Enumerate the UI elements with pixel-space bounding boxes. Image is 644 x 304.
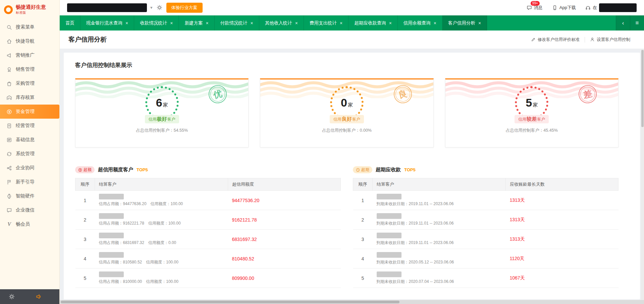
sidebar-item-operations[interactable]: 经营管理 [0, 119, 59, 133]
tab-close-icon[interactable]: × [434, 20, 436, 26]
sidebar-item-label: 企业微信 [16, 207, 35, 213]
tab-label: 信用余额查询 [404, 20, 431, 26]
tab-label: 付款情况统计 [220, 20, 248, 26]
sidebar-item-basic-info[interactable]: 基础信息 [0, 133, 59, 147]
sidebar-item-funds[interactable]: 资金管理 [0, 105, 59, 119]
customer-detail: 信用占用额：9162221.78 信用额度：100.00 [99, 221, 224, 226]
sidebar-item-quick-nav[interactable]: 快捷导航 [0, 34, 59, 48]
document-icon [6, 123, 12, 129]
app-download-button[interactable]: App下载 [552, 5, 576, 11]
overdue-receivable-table: 超期 超期应收款 TOP5 顺序 结算客户 应收账龄最长天数 [353, 166, 619, 288]
credit-level-badge: 信用较差客户 [515, 115, 549, 123]
megaphone-icon [6, 53, 12, 58]
tab-close-icon[interactable]: × [170, 20, 173, 26]
table-row[interactable]: 5 信用占用额：810000.00 信用额度：100.00 809900.00 [75, 268, 341, 288]
tab-close-icon[interactable]: × [478, 20, 481, 26]
tab-scroll-left-icon[interactable]: ‹ [616, 15, 630, 31]
vertical-scrollbar[interactable] [641, 49, 644, 300]
table-row[interactable]: 3 到期未收款日期：2019.11.01 -- 2023.06.06 1313天 [353, 230, 619, 249]
gear-icon[interactable] [9, 294, 15, 300]
customer-detail: 信用占用额：94477636.20 信用额度：100.00 [99, 201, 224, 207]
watch-icon [6, 193, 12, 199]
tab-customer-credit-analysis[interactable]: 客户信用分析 × [442, 15, 487, 31]
sidebar-item-marketing[interactable]: 营销推广 [0, 48, 59, 62]
tab-close-icon[interactable]: × [340, 20, 342, 26]
table-row[interactable]: 4 到期未收款日期：2020.05.12 -- 2023.06.06 1120天 [353, 249, 619, 268]
horizontal-scrollbar-thumb[interactable] [61, 301, 399, 303]
row-index: 2 [353, 210, 373, 230]
tab-other-income-stats[interactable]: 其他收入统计 × [259, 15, 304, 31]
customer-name-redacted [377, 271, 401, 277]
tab-close-icon[interactable]: × [389, 20, 392, 26]
count-unit: 家 [533, 102, 538, 108]
settings-gear-icon[interactable] [157, 5, 162, 10]
sidebar-item-guide[interactable]: 新手引导 [0, 175, 59, 189]
phone-icon [552, 5, 557, 10]
top5-label: TOP5 [137, 167, 148, 172]
horizontal-scrollbar[interactable] [60, 300, 644, 304]
table-row[interactable]: 4 信用占用额：810580.52 信用额度：100.00 810480.52 [75, 249, 341, 268]
set-credit-control-label: 设置客户信用控制 [597, 37, 630, 43]
company-name-redacted [67, 3, 147, 12]
vertical-scrollbar-thumb[interactable] [641, 50, 644, 127]
sidebar-item-member[interactable]: V 畅会员 [0, 217, 59, 231]
sidebar-item-wechat[interactable]: 企业微信 [0, 203, 59, 217]
sidebar-item-label: 销售管理 [16, 66, 35, 72]
online-service-button[interactable]: 在 [585, 3, 637, 12]
sidebar-item-sales[interactable]: 销售管理 [0, 62, 59, 76]
ratio-text: 占总信用控制客户：45.45% [506, 128, 558, 133]
list-icon [6, 137, 12, 143]
tab-credit-balance-query[interactable]: 信用余额查询 × [398, 15, 442, 31]
credit-level-badge: 信用良好客户 [330, 115, 364, 123]
table-row[interactable]: 1 到期未收款日期：2019.11.01 -- 2023.06.06 1313天 [353, 191, 619, 210]
row-value: 1313天 [506, 230, 619, 249]
tab-cash-bank-flow[interactable]: 现金银行流水查询 × [80, 15, 134, 31]
table-row[interactable]: 3 信用占用额：6831697.32 信用额度：0.00 6831697.32 [75, 230, 341, 249]
app-download-label: App下载 [559, 5, 576, 11]
modify-credit-standard-link[interactable]: 修改客户信用评价标准 [526, 37, 585, 43]
tab-new-plan[interactable]: 新建方案 × [179, 15, 214, 31]
try-industry-plan-button[interactable]: 体验行业方案 [166, 3, 203, 13]
tab-list-menu-icon[interactable]: ≡ [630, 15, 644, 31]
ratio-value: 0.00% [360, 128, 372, 133]
customer-name-redacted [99, 233, 124, 238]
overdue-receivable-table-header: 超期 超期应收款 TOP5 [353, 166, 619, 173]
tab-close-icon[interactable]: × [206, 20, 208, 26]
customer-cell: 信用占用额：810000.00 信用额度：100.00 [95, 268, 228, 288]
sidebar-item-inventory[interactable]: 库存核算 [0, 90, 59, 105]
tab-receipt-stats[interactable]: 收款情况统计 × [134, 15, 179, 31]
sidebar-item-purchase[interactable]: 采购管理 [0, 76, 59, 90]
table-title: 超期应收款 [376, 167, 401, 173]
customer-name-redacted [377, 213, 401, 219]
tab-payment-stats[interactable]: 付款情况统计 × [215, 15, 259, 31]
tab-expense-stats[interactable]: 费用支出统计 × [304, 15, 348, 31]
row-value: 1120天 [506, 249, 619, 268]
customer-detail: 到期未收款日期：2019.11.01 -- 2023.06.06 [377, 201, 502, 207]
tab-home[interactable]: 首页 [60, 15, 80, 31]
set-credit-control-link[interactable]: 设置客户信用控制 [585, 37, 635, 43]
tab-label: 超期应收款查询 [354, 20, 386, 26]
messages-button[interactable]: 99+ 消息 [527, 5, 543, 11]
sidebar-item-system[interactable]: 系统管理 [0, 147, 59, 161]
row-value: 94477536.20 [228, 191, 341, 210]
sidebar-item-collaboration[interactable]: 企业协同 [0, 161, 59, 175]
sidebar-item-hardware[interactable]: 智能硬件 [0, 189, 59, 203]
customer-count: 5 [526, 97, 532, 108]
table-row[interactable]: 1 信用占用额：94477636.20 信用额度：100.00 94477536… [75, 191, 341, 210]
badge-suffix: 客户 [167, 117, 175, 122]
speaker-icon[interactable] [36, 294, 42, 300]
table-row[interactable]: 2 到期未收款日期：2019.11.01 -- 2023.06.06 1313天 [353, 210, 619, 230]
main-area: ▾ 体验行业方案 99+ 消息 App下载 在 首页 [60, 0, 644, 304]
logo: 畅捷通好生意 标准版 [0, 0, 59, 19]
tab-close-icon[interactable]: × [251, 20, 253, 26]
sidebar-item-search-menu[interactable]: 搜索菜单 [0, 20, 59, 34]
row-index: 5 [75, 268, 95, 288]
person-gear-icon [590, 37, 595, 42]
overdue-badge: 超期 [353, 166, 372, 173]
company-selector[interactable]: ▾ [67, 3, 153, 12]
table-row[interactable]: 2 信用占用额：9162221.78 信用额度：100.00 9162121.7… [75, 210, 341, 230]
tab-close-icon[interactable]: × [295, 20, 298, 26]
tab-overdue-receivable-query[interactable]: 超期应收款查询 × [348, 15, 398, 31]
tab-close-icon[interactable]: × [125, 20, 128, 26]
table-row[interactable]: 5 到期未收款日期：2020.07.04 -- 2023.06.06 1067天 [353, 268, 619, 288]
